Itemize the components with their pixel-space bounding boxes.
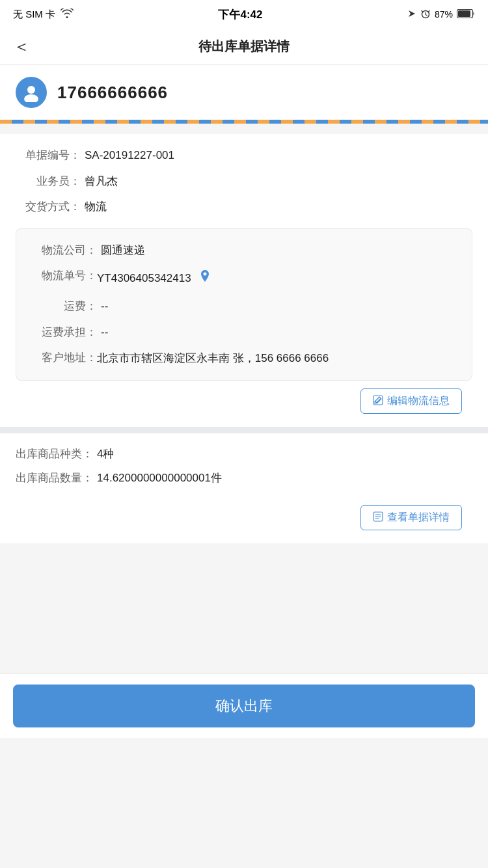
svg-marker-0 xyxy=(409,10,415,17)
freight-bearer-row: 运费承担： -- xyxy=(32,324,456,341)
customer-header: 17666666666 xyxy=(0,65,488,120)
nav-bar: ＜ 待出库单据详情 xyxy=(0,29,488,65)
edit-logistics-label: 编辑物流信息 xyxy=(387,394,450,408)
battery-icon xyxy=(457,9,475,20)
freight-value: -- xyxy=(101,298,456,315)
delivery-value: 物流 xyxy=(85,198,472,215)
confirm-btn-container: 确认出库 xyxy=(0,673,488,738)
document-number-value: SA-20191227-001 xyxy=(85,147,472,164)
goods-quantity-label: 出库商品数量： xyxy=(16,470,93,485)
salesman-label: 业务员： xyxy=(16,173,81,190)
document-number-row: 单据编号： SA-20191227-001 xyxy=(16,147,472,164)
view-detail-button[interactable]: 查看单据详情 xyxy=(360,505,462,530)
carrier-label: 无 SIM 卡 xyxy=(13,8,55,21)
dashed-separator xyxy=(0,120,488,124)
status-bar: 无 SIM 卡 下午4:42 87% xyxy=(0,0,488,29)
tracking-number-container: YT4306405342413 xyxy=(97,267,212,289)
goods-section: 出库商品种类： 4种 出库商品数量： 14.6200000000000001件 … xyxy=(0,433,488,543)
status-time: 下午4:42 xyxy=(218,7,262,22)
document-info-section: 单据编号： SA-20191227-001 业务员： 曾凡杰 交货方式： 物流 … xyxy=(0,134,488,427)
edit-icon xyxy=(373,395,383,408)
confirm-outbound-button[interactable]: 确认出库 xyxy=(13,685,475,727)
section-divider-1 xyxy=(0,427,488,433)
status-left: 无 SIM 卡 xyxy=(13,8,74,21)
freight-bearer-label: 运费承担： xyxy=(32,324,97,341)
salesman-value: 曾凡杰 xyxy=(85,173,472,190)
tracking-number-value: YT4306405342413 xyxy=(97,270,191,287)
logistics-company-value: 圆通速递 xyxy=(101,242,456,259)
delivery-row: 交货方式： 物流 xyxy=(16,198,472,215)
address-row: 客户地址： 北京市市辖区海淀区永丰南 张，156 6666 6666 xyxy=(32,349,456,367)
goods-quantity-row: 出库商品数量： 14.6200000000000001件 xyxy=(16,470,472,485)
freight-row: 运费： -- xyxy=(32,298,456,315)
edit-btn-row: 编辑物流信息 xyxy=(16,381,472,414)
status-right: 87% xyxy=(407,8,475,21)
location-status-icon xyxy=(407,9,416,20)
logistics-card: 物流公司： 圆通速递 物流单号： YT4306405342413 运费： -- … xyxy=(16,228,472,381)
edit-logistics-button[interactable]: 编辑物流信息 xyxy=(360,388,462,414)
address-label: 客户地址： xyxy=(32,349,97,366)
alarm-icon xyxy=(420,8,431,21)
avatar xyxy=(16,77,47,108)
svg-rect-3 xyxy=(458,10,470,17)
logistics-company-row: 物流公司： 圆通速递 xyxy=(32,242,456,259)
document-number-label: 单据编号： xyxy=(16,147,81,164)
goods-type-value: 4种 xyxy=(97,446,114,461)
delivery-label: 交货方式： xyxy=(16,198,81,215)
logistics-company-label: 物流公司： xyxy=(32,242,97,259)
address-value: 北京市市辖区海淀区永丰南 张，156 6666 6666 xyxy=(97,349,456,367)
goods-type-row: 出库商品种类： 4种 xyxy=(16,446,472,461)
detail-icon xyxy=(373,511,383,524)
freight-label: 运费： xyxy=(32,298,97,315)
goods-quantity-value: 14.6200000000000001件 xyxy=(97,470,222,485)
svg-point-4 xyxy=(27,86,35,94)
empty-space xyxy=(0,543,488,673)
tracking-location-icon[interactable] xyxy=(198,267,212,289)
wifi-icon xyxy=(61,8,74,20)
salesman-row: 业务员： 曾凡杰 xyxy=(16,173,472,190)
view-detail-label: 查看单据详情 xyxy=(387,511,450,524)
freight-bearer-value: -- xyxy=(101,324,456,341)
logistics-tracking-row: 物流单号： YT4306405342413 xyxy=(32,267,456,289)
page-title: 待出库单据详情 xyxy=(198,38,290,55)
logistics-tracking-label: 物流单号： xyxy=(32,267,97,284)
svg-point-5 xyxy=(24,94,38,102)
goods-type-label: 出库商品种类： xyxy=(16,446,93,461)
customer-phone: 17666666666 xyxy=(57,83,168,103)
back-button[interactable]: ＜ xyxy=(13,30,38,63)
view-detail-btn-row: 查看单据详情 xyxy=(16,495,472,530)
battery-percentage: 87% xyxy=(435,9,453,20)
